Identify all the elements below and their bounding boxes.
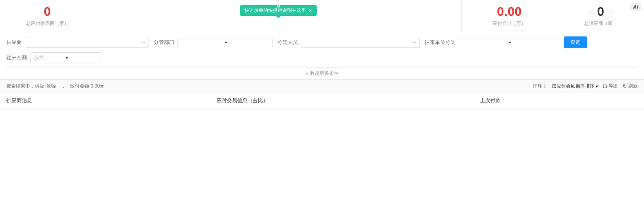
stat-number-payable-suppliers: 0 <box>44 5 51 19</box>
sort-chevron-icon: ▾ <box>596 84 598 89</box>
person-label: 分管人员 <box>277 39 298 46</box>
export-label: 导出 <box>608 83 618 90</box>
dept-chevron-icon: ▾ <box>225 40 269 45</box>
collapse-more-area: ∧ 收起更多条件 <box>6 67 638 79</box>
stat-label-payable-total: 应付合计（万） <box>493 20 526 27</box>
svg-rect-8 <box>589 16 596 17</box>
sort-value: 按应付会额倒序排序 <box>552 83 594 90</box>
person-filter-group: 分管人员 ··· <box>277 38 420 48</box>
table-header: 供应商信息 应付交易信息（占比） 上次付款 <box>0 93 644 109</box>
person-input[interactable] <box>305 40 410 46</box>
export-button[interactable]: ⊡ 导出 <box>603 83 618 90</box>
svg-rect-4 <box>280 19 281 21</box>
person-input-wrap[interactable]: ··· <box>301 38 420 48</box>
svg-rect-10 <box>605 16 612 17</box>
result-actions: 排序： 按应付会额倒序排序 ▾ ⊡ 导出 ↻ 刷新 <box>533 83 638 90</box>
stat-label-payable-suppliers: 总应付供应商（家） <box>26 20 69 27</box>
refresh-icon: ↻ <box>623 83 627 89</box>
unit-class-filter-group: 往来单位分类 ▾ <box>425 38 559 47</box>
collapse-button[interactable]: ∧ 收起更多条件 <box>306 70 339 77</box>
filter-row-1: 供应商 ··· 分管部门 ▾ 分管人员 ··· 往来单位分类 <box>6 36 638 48</box>
svg-rect-9 <box>605 12 608 14</box>
export-icon: ⊡ <box>603 83 607 89</box>
result-amount: 应付金额 0.00元 <box>70 83 105 89</box>
result-text: 搜索结果中，供应商0家 <box>6 83 57 89</box>
result-summary: 搜索结果中，供应商0家 ， 应付金额 0.00元 <box>6 83 105 90</box>
person-dots[interactable]: ··· <box>412 40 416 46</box>
stat-label-total-suppliers: 总供应商（家） <box>584 20 617 27</box>
collapse-label: 收起更多条件 <box>310 70 339 77</box>
supplier-input-wrap[interactable]: ··· <box>25 38 149 48</box>
tooltip-close-icon[interactable]: × <box>309 8 312 13</box>
stats-bar: 0 总应付供应商（家） 快速录单的快捷键说明在这里 × 0.00 应付合计（万） <box>0 0 644 32</box>
unit-class-label: 往来单位分类 <box>425 39 455 46</box>
result-bar: 搜索结果中，供应商0家 ， 应付金额 0.00元 排序： 按应付会额倒序排序 ▾… <box>0 80 644 93</box>
stat-total-payable-suppliers: 0 总应付供应商（家） <box>0 0 95 32</box>
unit-class-select[interactable]: ▾ <box>459 38 559 47</box>
col-header-payable-info: 应付交易信息（占比） <box>217 97 480 104</box>
supplier-label: 供应商 <box>6 39 22 46</box>
refresh-label: 刷新 <box>628 83 638 90</box>
supplier-dots[interactable]: ··· <box>141 40 145 46</box>
query-button[interactable]: 查询 <box>564 36 587 48</box>
stat-number-total-suppliers: 0 <box>597 5 604 19</box>
balance-select[interactable]: 选择... ▾ <box>30 52 101 63</box>
tooltip-dot <box>277 4 280 8</box>
balance-label: 往来余额 <box>6 54 27 61</box>
sort-select[interactable]: 按应付会额倒序排序 ▾ <box>552 83 598 90</box>
supplier-filter-group: 供应商 ··· <box>6 38 149 48</box>
supplier-input[interactable] <box>29 40 139 46</box>
collapse-up-icon: ∧ <box>306 71 309 76</box>
dept-select[interactable]: ▾ <box>177 38 272 47</box>
col-header-last-payment: 上次付款 <box>480 97 638 104</box>
table-body <box>0 109 644 204</box>
filter-row-2: 往来余额 选择... ▾ <box>6 52 638 63</box>
dept-filter-group: 分管部门 ▾ <box>154 38 272 47</box>
svg-rect-3 <box>276 19 277 21</box>
balance-placeholder: 选择... <box>34 54 66 61</box>
balance-chevron-icon: ▾ <box>66 55 98 61</box>
center-icon-area: 快速录单的快捷键说明在这里 × <box>95 0 462 32</box>
svg-rect-7 <box>589 12 592 14</box>
refresh-button[interactable]: ↻ 刷新 <box>623 83 638 90</box>
ai-badge[interactable]: Ai <box>630 3 641 11</box>
data-table: 供应商信息 应付交易信息（占比） 上次付款 <box>0 93 644 204</box>
stat-number-payable-total: 0.00 <box>497 5 522 19</box>
col-header-supplier-info: 供应商信息 <box>6 97 217 104</box>
filter-area: 供应商 ··· 分管部门 ▾ 分管人员 ··· 往来单位分类 <box>0 32 644 80</box>
result-separator: ， <box>61 83 66 89</box>
sort-label: 排序： <box>533 83 547 90</box>
dept-label: 分管部门 <box>154 39 174 46</box>
unit-class-chevron-icon: ▾ <box>509 40 556 45</box>
tooltip-text: 快速录单的快捷键说明在这里 <box>244 7 306 14</box>
stat-total-suppliers: 0 总供应商（家） Ai <box>557 0 644 32</box>
stat-payable-total: 0.00 应付合计（万） <box>462 0 557 32</box>
